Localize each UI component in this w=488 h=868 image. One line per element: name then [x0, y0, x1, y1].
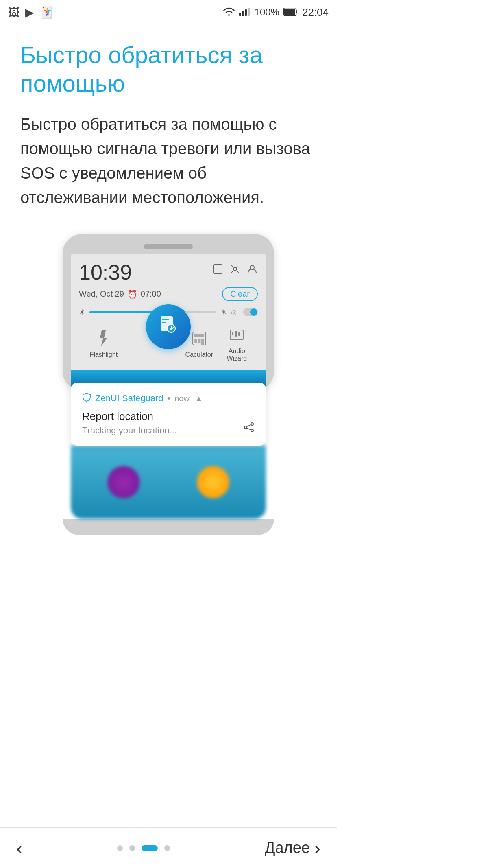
nav-dot-2[interactable] — [129, 845, 135, 851]
svg-rect-24 — [201, 341, 204, 345]
svg-rect-26 — [232, 332, 233, 335]
audio-wizard-app[interactable]: AudioWizard — [227, 325, 247, 362]
flashlight-icon — [94, 328, 114, 349]
main-content: Быстро обратиться за помощью Быстро обра… — [0, 24, 337, 535]
svg-rect-0 — [239, 13, 241, 16]
svg-rect-18 — [194, 334, 204, 337]
lock-time: 10:39 — [79, 262, 132, 283]
status-bar: 🖼 ▶ 🃏 100% 22: — [0, 0, 337, 24]
nav-dot-1[interactable] — [117, 845, 123, 851]
phone-outer-bottom — [63, 519, 274, 535]
lock-date: Wed, Oct 29 ⏰ 07:00 — [79, 289, 161, 299]
svg-point-29 — [251, 423, 253, 425]
phone-mockup-container: 10:39 — [20, 234, 316, 535]
svg-rect-20 — [198, 339, 200, 341]
svg-rect-23 — [198, 341, 200, 343]
settings-icon — [229, 263, 241, 276]
svg-point-31 — [251, 429, 253, 432]
notification-time: now — [174, 394, 190, 403]
wifi-icon — [223, 6, 235, 19]
notification-subtitle: Tracking your location... — [82, 425, 255, 436]
svg-line-33 — [247, 428, 251, 430]
lock-date-row: Wed, Oct 29 ⏰ 07:00 Clear — [79, 287, 258, 301]
phone-bottom-blurred — [71, 446, 266, 519]
shield-notification-icon — [82, 392, 91, 404]
svg-rect-1 — [242, 11, 244, 16]
brightness-high-icon: ☀ — [220, 308, 227, 317]
status-bar-left-icons: 🖼 ▶ 🃏 — [8, 6, 54, 19]
nav-spacer — [0, 535, 337, 576]
svg-rect-19 — [194, 339, 197, 341]
clear-button[interactable]: Clear — [222, 287, 258, 301]
alarm-icon: ⏰ — [127, 289, 137, 299]
battery-icon — [283, 6, 298, 19]
notification-title: Report location — [82, 410, 255, 423]
svg-rect-3 — [248, 8, 250, 16]
lock-icons — [212, 262, 258, 276]
battery-percentage: 100% — [255, 7, 279, 18]
toggle-knob — [250, 308, 257, 316]
sd-card-icon: 🃏 — [40, 6, 54, 19]
lock-screen: 10:39 — [71, 254, 266, 370]
expand-icon[interactable]: ▲ — [195, 394, 203, 403]
phone-mockup: 10:39 — [63, 234, 274, 391]
phone-screen: 10:39 — [71, 254, 266, 391]
next-arrow[interactable]: › — [314, 837, 320, 859]
safeguard-icon-bg — [146, 304, 191, 349]
lock-date-text: Wed, Oct 29 — [79, 289, 124, 299]
phone-speaker — [144, 244, 193, 249]
audio-wizard-icon — [227, 325, 247, 345]
page-title: Быстро обратиться за помощью — [20, 41, 316, 97]
nav-bar: ‹ Далее › — [0, 827, 337, 868]
gallery-icon: 🖼 — [8, 6, 20, 19]
status-time: 22:04 — [302, 6, 329, 19]
brightness-low-icon: ☀ — [79, 308, 85, 317]
next-label[interactable]: Далее — [265, 839, 310, 857]
svg-rect-21 — [201, 339, 204, 341]
play-icon: ▶ — [25, 6, 34, 19]
calculator-icon — [189, 328, 209, 349]
app-icons-row: Flashlight — [79, 321, 258, 362]
notification-header: ZenUI Safeguard • now ▲ — [82, 392, 255, 404]
nav-dot-3-active[interactable] — [142, 845, 158, 851]
page-description: Быстро обратиться за помощью с помощью с… — [20, 112, 316, 210]
phone-mockup-wrapper: 10:39 — [63, 234, 274, 535]
notification-app-name: ZenUI Safeguard — [95, 393, 163, 404]
svg-rect-2 — [245, 9, 247, 16]
svg-rect-5 — [284, 9, 295, 15]
svg-rect-27 — [235, 331, 237, 337]
nav-dots — [117, 845, 170, 851]
blurred-purple-icon — [107, 466, 140, 498]
svg-rect-28 — [238, 332, 240, 336]
svg-point-30 — [244, 426, 247, 429]
status-bar-right-icons: 100% 22:04 — [223, 6, 329, 19]
flashlight-app[interactable]: Flashlight — [90, 328, 118, 359]
flashlight-label: Flashlight — [90, 351, 118, 359]
notification-card: ZenUI Safeguard • now ▲ Report location … — [71, 383, 266, 446]
audio-wizard-label: AudioWizard — [227, 348, 247, 362]
nav-right: Далее › — [265, 837, 320, 859]
svg-line-32 — [247, 425, 251, 427]
notes-icon — [212, 263, 224, 276]
safeguard-icon-inner — [157, 314, 179, 340]
safeguard-center-icon[interactable] — [146, 304, 191, 349]
svg-rect-22 — [194, 341, 197, 343]
nav-dot-4[interactable] — [164, 845, 170, 851]
auto-brightness-toggle[interactable] — [243, 308, 258, 316]
lock-screen-header: 10:39 — [79, 262, 258, 283]
share-icon[interactable] — [243, 422, 255, 436]
profile-icon — [246, 263, 258, 276]
calculator-label: Caculator — [185, 351, 213, 359]
phone-notch — [71, 244, 266, 249]
blurred-yellow-icon — [197, 466, 229, 498]
lock-alarm-time: 07:00 — [141, 289, 161, 299]
signal-icon — [239, 6, 251, 19]
auto-brightness-icon: ◎ — [231, 308, 237, 316]
notification-dot: • — [168, 393, 171, 404]
back-button[interactable]: ‹ — [16, 837, 23, 859]
